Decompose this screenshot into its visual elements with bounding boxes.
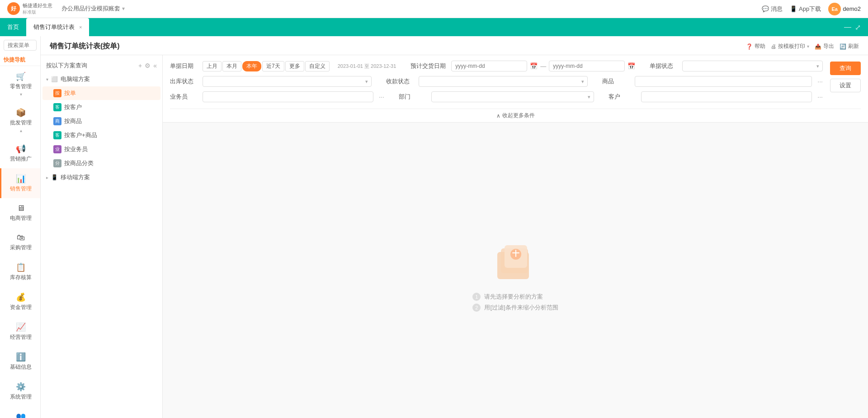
scheme-group-header-pc[interactable]: ▾ ⬜ 电脑端方案 (41, 72, 162, 86)
filter-row-3: 业务员 ··· 部门 客户 ··· (170, 91, 823, 102)
mobile-group-expand-icon: ▸ (46, 175, 48, 180)
scheme-item-by-order-label: 按单 (64, 89, 76, 97)
print-arrow-icon: ▾ (807, 44, 809, 49)
tab-minimize-icon[interactable]: — (844, 23, 851, 31)
scheme-group-header-mobile[interactable]: ▸ 📱 移动端方案 (41, 171, 162, 184)
scheme-item-by-category-label: 按商品分类 (64, 159, 94, 167)
empty-svg (488, 229, 542, 284)
sidebar-item-basicinfo[interactable]: ℹ️ 基础信息 (0, 347, 40, 376)
salesperson-dots[interactable]: ··· (379, 93, 384, 100)
tab-maximize-icon[interactable]: ⤢ (855, 23, 861, 32)
app-download-button[interactable]: 📱 App下载 (790, 5, 821, 13)
sidebar-item-sales[interactable]: 📊 销售管理 (0, 168, 40, 198)
empty-tip-1: 1 请先选择要分析的方案 (472, 293, 558, 301)
help-button[interactable]: ❓ 帮助 (746, 43, 765, 50)
print-label: 按模板打印 (778, 43, 805, 50)
sidebar-item-system[interactable]: ⚙️ 系统管理 (0, 376, 40, 406)
scheme-item-by-order[interactable]: 按 按单 (42, 86, 160, 100)
department-select-wrapper (431, 91, 594, 102)
status-select[interactable] (682, 61, 823, 71)
top-bar-right: 💬 消息 📱 App下载 Ea demo2 (762, 3, 861, 15)
settings-button[interactable]: 设置 (830, 79, 861, 92)
tab-close-icon[interactable]: × (79, 24, 82, 30)
tip-text-2: 用[过滤]条件来缩小分析范围 (484, 304, 558, 312)
outbound-select[interactable] (203, 76, 372, 87)
tab-sales-order[interactable]: 销售订单统计表 × (26, 18, 89, 36)
goods-dots[interactable]: ··· (817, 78, 823, 85)
sidebar-item-ecommerce-label: 电商管理 (10, 214, 32, 222)
message-button[interactable]: 💬 消息 (762, 5, 783, 13)
customer-input[interactable] (641, 91, 812, 102)
right-content: 单据日期 上月 本月 本年 近7天 更多 自定义 2023-01-01 至 20… (163, 55, 868, 418)
message-label: 消息 (771, 5, 783, 13)
date-separator: — (540, 63, 546, 70)
sidebar-item-finance-label: 资金管理 (10, 304, 32, 311)
app-download-label: App下载 (799, 5, 821, 13)
collapse-more-button[interactable]: ∧ 收起更多条件 (170, 109, 861, 122)
search-input[interactable] (4, 40, 37, 51)
status-filter-label: 单据状态 (650, 62, 677, 70)
sidebar-item-enterprise[interactable]: 👥 企业协同 (0, 406, 40, 418)
date-btn-custom[interactable]: 自定义 (305, 61, 330, 71)
sidebar-item-operation[interactable]: 📈 经营管理 (0, 317, 40, 347)
print-button[interactable]: 🖨 按模板打印 ▾ (771, 43, 809, 50)
sidebar-item-retail[interactable]: 🛒 零售管理 ▾ (0, 66, 40, 102)
sidebar-item-marketing-label: 营销推广 (10, 155, 32, 163)
expected-date-range: 📅 — 📅 (451, 61, 635, 71)
payment-select[interactable] (419, 76, 588, 87)
sidebar-item-finance[interactable]: 💰 资金管理 (0, 287, 40, 317)
date-filter-buttons: 上月 本月 本年 近7天 更多 自定义 (203, 61, 330, 71)
tab-bar: 首页 销售订单统计表 × — ⤢ (0, 18, 868, 36)
query-button[interactable]: 查询 (830, 62, 861, 75)
scheme-item-by-customer-goods[interactable]: 客 按客户+商品 (42, 128, 160, 142)
sidebar-item-ecommerce[interactable]: 🖥 电商管理 (0, 198, 40, 228)
help-label: 帮助 (755, 43, 765, 50)
refresh-button[interactable]: 🔄 刷新 (840, 43, 859, 50)
scheme-item-by-salesperson[interactable]: 业 按业务员 (42, 142, 160, 156)
breadcrumb-text: 办公用品行业模拟账套 (61, 5, 120, 13)
salesperson-input[interactable] (203, 91, 373, 102)
export-button[interactable]: 📤 导出 (815, 43, 834, 50)
purchase-icon: 🛍 (17, 233, 25, 242)
date-btn-last-month[interactable]: 上月 (203, 61, 222, 71)
date-range-display: 2023-01-01 至 2023-12-31 (338, 63, 396, 70)
goods-input[interactable] (635, 76, 812, 87)
help-icon: ❓ (746, 43, 753, 50)
breadcrumb-arrow-icon: ▾ (122, 5, 125, 12)
mobile-group-title: 移动端方案 (61, 173, 90, 181)
scheme-item-by-category[interactable]: 分 按商品分类 (42, 157, 160, 170)
logo-icon: 好 (7, 2, 20, 15)
scheme-settings-button[interactable]: ⚙ (145, 62, 151, 69)
sidebar-item-inventory[interactable]: 📋 库存核算 (0, 257, 40, 287)
customer-dots[interactable]: ··· (817, 93, 823, 100)
user-name: demo2 (843, 5, 861, 12)
expected-date-label: 预计交货日期 (410, 62, 446, 70)
sales-icon: 📊 (16, 174, 26, 184)
scheme-item-by-goods[interactable]: 商 按商品 (42, 114, 160, 128)
scheme-collapse-button[interactable]: « (153, 62, 157, 69)
empty-state: 1 请先选择要分析的方案 2 用[过滤]条件来缩小分析范围 (472, 229, 558, 312)
scheme-icon-by-customer-goods: 客 (53, 131, 61, 139)
date-btn-7days[interactable]: 近7天 (262, 61, 284, 71)
scheme-add-button[interactable]: + (138, 62, 142, 69)
tab-home[interactable]: 首页 (0, 18, 26, 36)
date-btn-more[interactable]: 更多 (285, 61, 304, 71)
retail-icon: 🛒 (16, 71, 26, 81)
calendar-icon-1[interactable]: 📅 (530, 62, 538, 70)
date-btn-this-month[interactable]: 本月 (222, 61, 241, 71)
scheme-item-by-customer[interactable]: 客 按客户 (42, 100, 160, 114)
sidebar-item-wholesale[interactable]: 📦 批发管理 ▴ (0, 102, 40, 138)
customer-label: 客户 (609, 93, 636, 101)
expected-date-start[interactable] (451, 61, 527, 71)
main-layout: 快捷导航 🛒 零售管理 ▾ 📦 批发管理 ▴ 📢 营销推广 📊 销售管理 🖥 电… (0, 36, 868, 418)
scheme-icon-by-order: 按 (53, 89, 61, 97)
expected-date-end[interactable] (549, 61, 625, 71)
user-area[interactable]: Ea demo2 (828, 3, 861, 15)
status-select-wrapper (682, 61, 823, 71)
calendar-icon-2[interactable]: 📅 (627, 62, 635, 70)
sidebar-quick-nav-label: 快捷导航 (0, 54, 40, 66)
date-btn-this-year[interactable]: 本年 (242, 61, 261, 71)
sidebar-item-marketing[interactable]: 📢 营销推广 (0, 138, 40, 168)
department-select[interactable] (431, 91, 594, 102)
sidebar-item-purchase[interactable]: 🛍 采购管理 (0, 228, 40, 257)
